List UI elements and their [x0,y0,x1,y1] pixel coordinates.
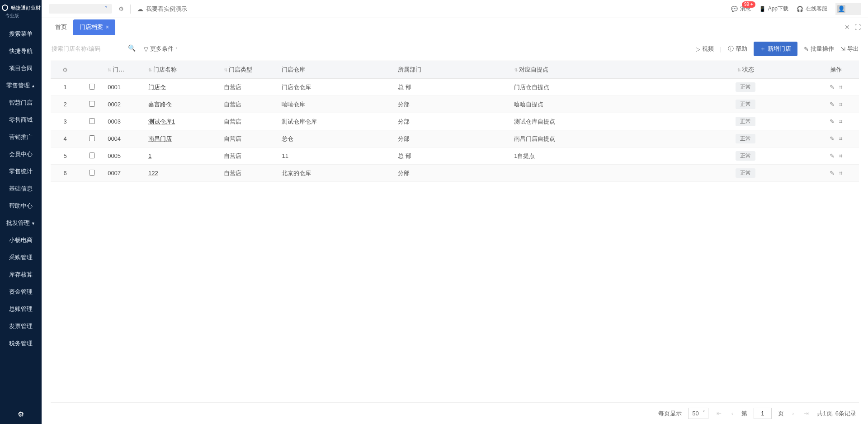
video-label: 视频 [702,45,714,53]
more-row-icon[interactable]: ⌗ [839,152,842,160]
cell-warehouse: 北京的仓库 [278,165,394,182]
sidebar-item-17[interactable]: 发票管理 [0,318,42,335]
edit-row-icon[interactable]: ✎ [830,152,835,160]
status-badge: 正常 [736,82,755,92]
close-tab-icon[interactable]: ✕ [844,24,850,31]
sidebar-item-0[interactable]: 搜索菜单 [0,25,42,43]
page-prev-icon[interactable]: ‹ [730,410,735,417]
cell-warehouse: 门店仓仓库 [278,79,394,96]
company-selector[interactable]: ˅ [49,4,112,14]
more-row-icon[interactable]: ⌗ [839,118,842,125]
sidebar-item-5[interactable]: 零售商城 [0,111,42,129]
divider [130,5,131,14]
cell-code: 0007 [104,165,145,182]
sort-icon[interactable]: ⇅ [108,67,111,72]
more-row-icon[interactable]: ⌗ [839,170,842,177]
sidebar-item-9[interactable]: 基础信息 [0,180,42,197]
cell-warehouse: 嘻嘻仓库 [278,96,394,113]
help-icon: ⓘ [728,45,734,53]
edit-row-icon[interactable]: ✎ [830,170,835,177]
sort-icon[interactable]: ⇅ [737,67,741,72]
page-next-icon[interactable]: › [790,410,796,417]
edit-row-icon[interactable]: ✎ [830,118,835,125]
sidebar-item-11[interactable]: 批发管理▼ [0,214,42,232]
sidebar-item-12[interactable]: 小畅电商 [0,232,42,249]
sort-icon[interactable]: ⇅ [514,67,518,72]
sort-icon[interactable]: ⇅ [224,67,227,72]
search-input[interactable] [51,43,137,55]
more-row-icon[interactable]: ⌗ [839,135,842,143]
sidebar-item-4[interactable]: 智慧门店 [0,94,42,111]
sidebar-item-6[interactable]: 营销推广 [0,129,42,146]
store-name-link[interactable]: 门店仓 [148,84,166,91]
sidebar-item-3[interactable]: 零售管理▲ [0,77,42,94]
more-filters-link[interactable]: ▽ 更多条件 ˅ [144,45,178,53]
edit-row-icon[interactable]: ✎ [830,101,835,108]
cell-code: 0004 [104,130,145,148]
cell-idx: 5 [51,148,80,165]
export-link[interactable]: ⇲ 导出 [840,45,859,53]
fullscreen-icon[interactable]: ⛶ [854,24,861,31]
messages-link[interactable]: 💬 消息 99 + [731,5,751,13]
store-name-link[interactable]: 1 [148,152,151,159]
store-name-link[interactable]: 122 [148,170,158,176]
top-header: ˅ ⚙ ☁ 我要看实例演示 💬 消息 99 + 📱 App下载 🎧 [42,0,868,18]
row-checkbox[interactable] [89,84,95,90]
page-last-icon[interactable]: ⇥ [802,410,811,417]
store-name-link[interactable]: 嘉言路仓 [148,101,172,108]
table-row: 3 0003 测试仓库1 自营店 测试仓库仓库 分部 测试仓库自提点 正常 ✎ … [51,113,859,130]
sort-icon[interactable]: ⇅ [148,67,152,72]
row-checkbox[interactable] [89,118,95,124]
sidebar-item-13[interactable]: 采购管理 [0,249,42,266]
edit-icon: ✎ [804,46,809,52]
batch-ops-link[interactable]: ✎ 批量操作 [804,45,834,53]
more-row-icon[interactable]: ⌗ [839,101,842,108]
chevron-down-icon: ˅ [105,6,108,12]
edit-row-icon[interactable]: ✎ [830,84,835,91]
page-input[interactable] [754,408,772,419]
online-service-link[interactable]: 🎧 在线客服 [797,5,827,13]
sidebar-item-2[interactable]: 项目合同 [0,60,42,77]
sidebar-item-8[interactable]: 零售统计 [0,163,42,180]
tab-label: 首页 [55,23,67,31]
row-checkbox[interactable] [89,152,95,158]
sidebar-item-7[interactable]: 会员中心 [0,146,42,163]
table-row: 4 0004 南昌门店 自营店 总仓 分部 南昌门店自提点 正常 ✎ ⌗ [51,130,859,148]
logo-area: 畅捷通好业财 专业版 [0,0,42,23]
page-first-icon[interactable]: ⇤ [715,410,723,417]
row-checkbox[interactable] [89,135,95,141]
user-avatar[interactable]: 👤 [835,3,861,15]
page-size-value: 50 [692,410,698,417]
cell-pickup: 1自提点 [510,148,679,165]
new-store-button[interactable]: ＋ 新增门店 [754,42,797,56]
sidebar-item-15[interactable]: 资金管理 [0,283,42,300]
col-type-label: 门店类型 [229,66,252,73]
row-checkbox[interactable] [89,101,95,107]
tab-1[interactable]: 门店档案× [73,19,115,35]
sidebar-item-10[interactable]: 帮助中心 [0,197,42,214]
demo-link[interactable]: ☁ 我要看实例演示 [137,5,187,13]
more-row-icon[interactable]: ⌗ [839,84,842,91]
store-name-link[interactable]: 测试仓库1 [148,118,175,125]
sidebar-item-16[interactable]: 总账管理 [0,300,42,318]
settings-gear-icon[interactable]: ⚙ [18,410,24,418]
row-checkbox[interactable] [89,170,95,176]
video-link[interactable]: ▷ 视频 [696,45,714,53]
header-gear-icon[interactable]: ⚙ [118,5,124,12]
table-settings-icon[interactable]: ⚙ [62,67,68,73]
edit-row-icon[interactable]: ✎ [830,135,835,143]
app-download-link[interactable]: 📱 App下载 [759,5,788,13]
tab-0[interactable]: 首页 [49,19,73,35]
brand-edition: 专业版 [5,13,19,19]
sidebar-item-18[interactable]: 税务管理 [0,335,42,352]
chevron-down-icon: ˅ [175,47,178,52]
cell-type: 自营店 [220,96,278,113]
tab-close-icon[interactable]: × [106,24,109,30]
search-icon[interactable]: 🔍 [128,44,136,52]
page-size-select[interactable]: 50 [688,408,708,419]
sidebar-item-1[interactable]: 快捷导航 [0,43,42,60]
store-name-link[interactable]: 南昌门店 [148,135,172,142]
help-link[interactable]: ⓘ 帮助 [728,45,747,53]
status-badge: 正常 [736,151,755,161]
sidebar-item-14[interactable]: 库存核算 [0,266,42,283]
